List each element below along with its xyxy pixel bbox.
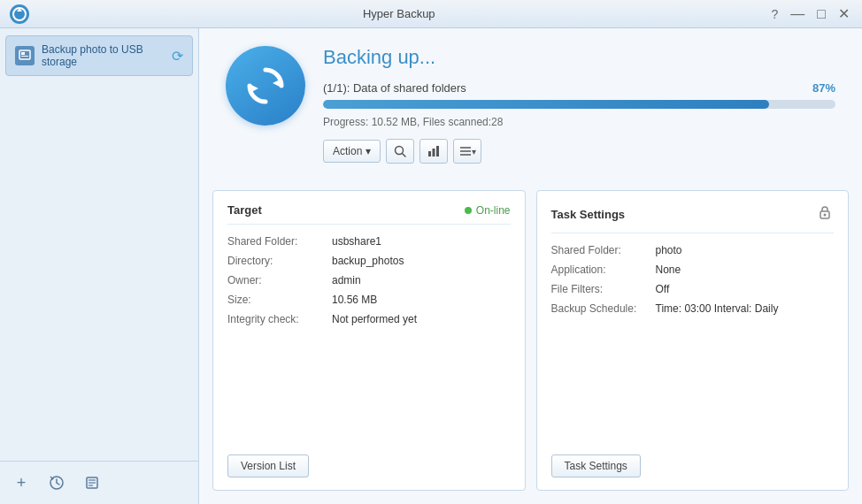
backup-schedule-value: Time: 03:00 Interval: Daily [656, 302, 779, 315]
action-toolbar: Action ▾ [323, 139, 835, 164]
status-title: Backing up... [323, 46, 835, 69]
table-row: Size: 10.56 MB [227, 294, 511, 306]
application-value: None [656, 263, 681, 276]
table-row: Shared Folder: usbshare1 [227, 235, 511, 248]
svg-rect-15 [433, 149, 435, 157]
backup-item-icon [15, 46, 35, 65]
online-badge: On-line [465, 204, 511, 217]
search-button[interactable] [386, 139, 414, 164]
progress-info: Progress: 10.52 MB, Files scanned:28 [323, 116, 835, 128]
action-button[interactable]: Action ▾ [323, 140, 381, 163]
online-status-label: On-line [476, 204, 511, 217]
task-card-title: Task Settings [551, 208, 626, 221]
help-button[interactable]: ? [768, 7, 782, 21]
directory-value: backup_photos [332, 255, 404, 267]
maximize-button[interactable]: □ [813, 6, 829, 22]
table-row: Directory: backup_photos [227, 255, 511, 267]
lock-icon [816, 203, 834, 225]
integrity-value: Not performed yet [332, 313, 417, 325]
backup-schedule-label: Backup Schedule: [551, 302, 649, 315]
app-title: Hyper Backup [30, 7, 768, 20]
owner-value: admin [332, 274, 361, 286]
info-cards: Target On-line Shared Folder: usbshare1 … [199, 177, 862, 504]
task-settings-card: Task Settings Shared Folder: photo [536, 190, 850, 491]
svg-line-13 [403, 154, 406, 157]
task-card-rows: Shared Folder: photo Application: None F… [551, 244, 835, 315]
minimize-button[interactable]: — [787, 6, 808, 22]
status-header-area: Backing up... (1/1): Data of shared fold… [199, 28, 862, 177]
progress-percent: 87% [812, 81, 835, 95]
target-card: Target On-line Shared Folder: usbshare1 … [212, 190, 526, 491]
sidebar-items: Backup photo to USB storage ⟳ [0, 28, 198, 83]
sidebar-item-label: Backup photo to USB storage [42, 43, 165, 68]
file-filters-label: File Filters: [551, 283, 649, 295]
svg-rect-16 [436, 146, 439, 157]
menu-dropdown-arrow: ▾ [472, 147, 476, 157]
directory-label: Directory: [227, 255, 325, 267]
table-row: Owner: admin [227, 274, 511, 286]
sidebar-item-backup[interactable]: Backup photo to USB storage ⟳ [5, 35, 193, 76]
add-button[interactable]: + [5, 467, 37, 499]
progress-label: (1/1): Data of shared folders [323, 81, 466, 95]
search-icon [394, 145, 406, 157]
sidebar-footer: + [0, 461, 198, 504]
task-settings-button[interactable]: Task Settings [551, 454, 641, 477]
sidebar: Backup photo to USB storage ⟳ + [0, 28, 199, 504]
app-body: Backup photo to USB storage ⟳ + [0, 28, 862, 504]
svg-point-21 [824, 214, 827, 217]
task-shared-folder-label: Shared Folder: [551, 244, 649, 256]
table-row: Integrity check: Not performed yet [227, 313, 511, 325]
chart-icon [427, 145, 440, 157]
sync-arrows-icon [242, 63, 289, 109]
backup-circle-icon [226, 46, 305, 126]
online-dot [465, 207, 472, 214]
file-filters-value: Off [656, 283, 670, 295]
title-bar: Hyper Backup ? — □ ✕ [0, 0, 862, 28]
chart-button[interactable] [419, 139, 448, 164]
history-button[interactable] [41, 467, 73, 499]
action-label: Action [333, 145, 362, 157]
svg-marker-11 [250, 84, 258, 93]
action-dropdown-arrow: ▾ [366, 145, 371, 157]
status-block: Backing up... (1/1): Data of shared fold… [323, 46, 835, 164]
target-card-header: Target On-line [227, 203, 511, 225]
svg-rect-14 [428, 151, 431, 157]
table-row: Backup Schedule: Time: 03:00 Interval: D… [551, 302, 835, 315]
integrity-label: Integrity check: [227, 313, 325, 325]
target-card-footer: Version List [227, 444, 511, 477]
shared-folder-value: usbshare1 [332, 235, 381, 248]
application-label: Application: [551, 263, 649, 276]
progress-bar-fill [323, 100, 769, 109]
sync-status-icon: ⟳ [172, 48, 183, 65]
close-button[interactable]: ✕ [835, 5, 853, 22]
task-card-footer: Task Settings [551, 444, 835, 477]
task-card-header: Task Settings [551, 203, 835, 233]
size-value: 10.56 MB [332, 294, 377, 306]
main-content: Backing up... (1/1): Data of shared fold… [199, 28, 862, 504]
app-logo [9, 4, 30, 25]
target-card-title: Target [227, 203, 262, 217]
progress-row: (1/1): Data of shared folders 87% [323, 81, 835, 95]
list-icon [459, 145, 472, 157]
target-card-rows: Shared Folder: usbshare1 Directory: back… [227, 235, 511, 325]
table-row: Application: None [551, 263, 835, 276]
menu-button[interactable]: ▾ [453, 139, 481, 164]
svg-rect-3 [21, 52, 25, 55]
progress-bar-container [323, 100, 835, 109]
task-shared-folder-value: photo [656, 244, 682, 256]
svg-rect-4 [21, 56, 28, 57]
table-row: Shared Folder: photo [551, 244, 835, 256]
svg-marker-10 [273, 79, 281, 88]
owner-label: Owner: [227, 274, 325, 286]
shared-folder-label: Shared Folder: [227, 235, 325, 248]
version-list-button[interactable]: Version List [227, 454, 309, 477]
size-label: Size: [227, 294, 325, 306]
table-row: File Filters: Off [551, 283, 835, 295]
log-button[interactable] [76, 467, 108, 499]
